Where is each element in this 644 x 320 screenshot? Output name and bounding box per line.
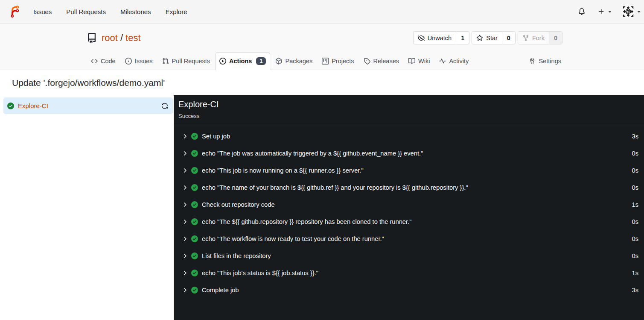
unwatch-button[interactable]: Unwatch [414,32,456,44]
step-row-3[interactable]: echo "The name of your branch is ${{ git… [174,179,644,196]
tag-icon [364,58,370,65]
repo-owner-link[interactable]: root [102,32,118,43]
repo-action-buttons: Unwatch 1 Star 0 Fork 0 [413,31,562,44]
step-duration: 0s [627,218,638,225]
chevron-right-icon [181,287,188,294]
book-open-icon [408,58,415,65]
step-row-9[interactable]: Complete job 3s [174,282,644,299]
repo-separator: / [120,32,123,43]
watchers-count[interactable]: 1 [456,32,469,44]
actions-count-badge: 1 [256,57,266,65]
step-duration: 0s [627,150,638,157]
step-duration: 1s [627,270,638,276]
navbar-item-issues[interactable]: Issues [26,0,59,23]
tab-pull-requests[interactable]: Pull Requests [158,52,214,70]
tab-label: Packages [285,58,312,65]
step-duration: 0s [627,235,638,242]
step-name: echo "The workflow is now ready to test … [202,235,384,242]
job-item-explore-ci[interactable]: Explore-CI [3,97,173,114]
fork-button[interactable]: Fork [518,32,549,44]
forgejo-logo-icon[interactable] [9,6,21,18]
tab-activity[interactable]: Activity [435,52,473,70]
step-name: List files in the repository [202,252,271,259]
step-success-check-icon [191,270,198,276]
user-menu-button[interactable] [622,6,642,18]
step-row-0[interactable]: Set up job 3s [174,128,644,145]
chevron-right-icon [181,201,188,208]
step-row-1[interactable]: echo "The job was automatically triggere… [174,145,644,162]
step-name: Complete job [202,287,239,294]
step-row-5[interactable]: echo "The ${{ github.repository }} repos… [174,213,644,230]
step-duration: 3s [627,287,638,294]
tab-projects[interactable]: Projects [318,52,358,70]
step-name: echo "The ${{ github.repository }} repos… [202,218,411,225]
job-success-check-icon [7,103,14,109]
tab-label: Pull Requests [172,58,210,65]
pull-request-icon [162,58,169,65]
step-name: Set up job [202,133,230,140]
create-new-button[interactable] [598,8,613,15]
job-log-header: Explore-CI Success [174,95,644,125]
navbar-item-milestones[interactable]: Milestones [113,0,158,23]
tab-issues[interactable]: Issues [121,52,157,70]
step-duration: 0s [627,167,638,174]
tab-label: Actions [229,58,252,65]
step-name: echo "The name of your branch is ${{ git… [202,184,468,191]
step-row-2[interactable]: echo "This job is now running on a ${{ r… [174,162,644,179]
step-name: Check out repository code [202,201,275,208]
caret-down-icon [636,9,642,15]
pulse-icon [439,58,446,65]
tab-settings[interactable]: Settings [525,52,562,70]
fork-icon [522,35,529,41]
job-list-sidebar: Explore-CI [0,95,174,320]
tab-label: Releases [373,58,399,65]
notifications-bell-icon[interactable] [578,8,585,15]
tab-wiki[interactable]: Wiki [404,52,434,70]
eye-slash-icon [418,35,425,41]
code-icon [91,58,98,65]
step-success-check-icon [191,235,198,242]
forks-count[interactable]: 0 [549,32,562,44]
step-success-check-icon [191,287,198,294]
step-success-check-icon [191,252,198,259]
tab-actions[interactable]: Actions 1 [215,52,270,70]
step-name: echo "This job is now running on a ${{ r… [202,167,364,174]
project-board-icon [322,58,329,65]
step-duration: 3s [627,133,638,140]
step-success-check-icon [191,184,198,191]
caret-down-icon [607,9,613,15]
step-row-7[interactable]: List files in the repository 0s [174,247,644,264]
repo-breadcrumb: root/test [102,33,141,43]
repo-name-link[interactable]: test [125,32,140,43]
star-icon [476,35,483,41]
step-row-4[interactable]: Check out repository code 1s [174,196,644,213]
star-button[interactable]: Star [472,32,502,44]
play-circle-icon [219,58,226,65]
tab-label: Settings [539,58,561,65]
chevron-right-icon [181,270,188,276]
chevron-right-icon [181,235,188,242]
stars-count[interactable]: 0 [502,32,515,44]
navbar-item-explore[interactable]: Explore [158,0,195,23]
step-row-6[interactable]: echo "The workflow is now ready to test … [174,230,644,247]
tab-packages[interactable]: Packages [271,52,317,70]
tab-code[interactable]: Code [87,52,120,70]
chevron-right-icon [181,218,188,225]
star-label: Star [486,35,498,41]
navbar-item-pull-requests[interactable]: Pull Requests [59,0,113,23]
job-log-title: Explore-CI [178,100,639,109]
plus-icon [598,8,605,15]
chevron-right-icon [181,184,188,191]
repo-title-row: root/test Unwatch 1 Star 0 Fork [82,23,562,52]
watch-button-group: Unwatch 1 [413,31,470,44]
step-success-check-icon [191,150,198,157]
step-row-8[interactable]: echo "This job's status is ${{ job.statu… [174,264,644,282]
tab-releases[interactable]: Releases [359,52,403,70]
user-avatar [622,6,634,18]
wrench-icon [529,58,536,65]
rerun-job-sync-icon[interactable] [161,103,168,109]
repo-header: root/test Unwatch 1 Star 0 Fork [0,23,644,70]
chevron-right-icon [181,133,188,140]
step-success-check-icon [191,167,198,174]
chevron-right-icon [181,150,188,157]
